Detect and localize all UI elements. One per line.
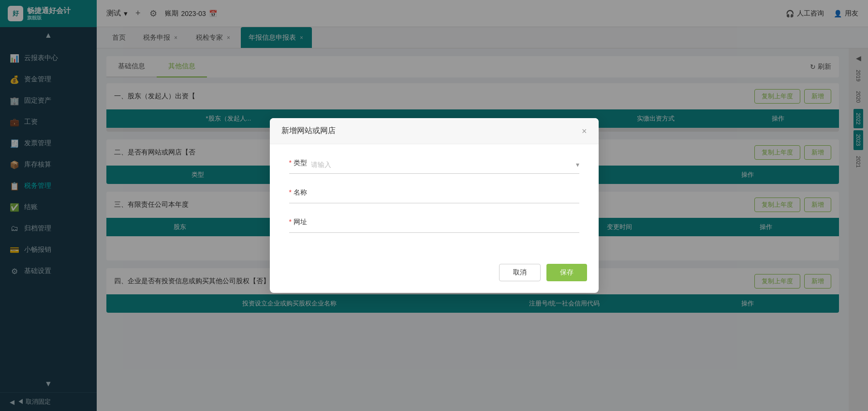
modal-header: 新增网站或网店 ×: [270, 118, 599, 144]
save-button[interactable]: 保存: [546, 264, 587, 281]
url-label: * 网址: [289, 218, 307, 227]
type-input[interactable]: [311, 161, 576, 168]
modal-overlay[interactable]: 新增网站或网店 × * 类型 ▾ * 名: [0, 0, 868, 411]
form-row-type: * 类型 ▾: [289, 156, 579, 174]
cancel-button[interactable]: 取消: [499, 264, 541, 281]
modal-close-button[interactable]: ×: [582, 127, 587, 136]
modal-body: * 类型 ▾ * 名称: [270, 144, 599, 256]
form-row-name: * 名称: [289, 185, 579, 203]
modal-add-website: 新增网站或网店 × * 类型 ▾ * 名: [270, 118, 599, 293]
type-required-star: *: [289, 159, 292, 167]
modal-footer: 取消 保存: [270, 256, 599, 293]
name-input-wrapper: * 名称: [289, 185, 579, 203]
type-dropdown-icon[interactable]: ▾: [576, 161, 579, 168]
url-required-star: *: [289, 218, 292, 226]
name-input[interactable]: [311, 190, 579, 198]
name-label: * 名称: [289, 188, 307, 197]
name-required-star: *: [289, 188, 292, 196]
modal-title: 新增网站或网店: [281, 126, 336, 136]
type-label: * 类型: [289, 159, 307, 167]
url-input[interactable]: [311, 220, 579, 228]
type-input-wrapper: * 类型 ▾: [289, 156, 579, 174]
url-input-wrapper: * 网址: [289, 215, 579, 233]
form-row-url: * 网址: [289, 215, 579, 233]
